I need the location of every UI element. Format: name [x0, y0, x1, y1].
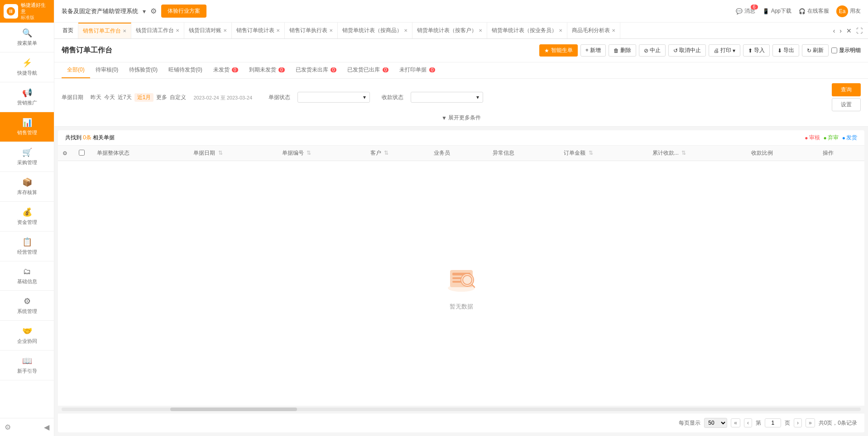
- tab-scroll-right-btn[interactable]: ›: [838, 27, 844, 34]
- sidebar-label-inventory: 库存核算: [17, 189, 37, 196]
- col-settings[interactable]: ⚙: [58, 146, 74, 161]
- sidebar-item-quick-nav[interactable]: ⚡ 快捷导航: [0, 52, 54, 82]
- new-btn[interactable]: + 新增: [580, 44, 606, 57]
- date-range-display: 2023-02-24 至 2023-03-24: [193, 94, 252, 101]
- tab-expand-btn[interactable]: ⛶: [854, 27, 864, 34]
- tab-summary-staff[interactable]: 销货单统计表（按业务员） ✕: [487, 23, 567, 39]
- sidebar-label-guide: 新手引导: [17, 368, 37, 374]
- show-detail-label[interactable]: 显示明细: [831, 47, 861, 54]
- date-opt-1month[interactable]: 近1月: [134, 93, 154, 102]
- sub-tab-wangpu[interactable]: 旺铺待发货(0): [163, 62, 208, 78]
- sub-tab-shipped-out[interactable]: 已发货已出库 0: [342, 62, 394, 78]
- tab-close-sales-stats[interactable]: ✕: [276, 28, 280, 33]
- sub-tab-shipped-not-out[interactable]: 已发货未出库 0: [290, 62, 342, 78]
- tab-close-sales-workbench[interactable]: ✕: [123, 28, 126, 33]
- sort-customer-icon[interactable]: ⇅: [384, 150, 388, 156]
- date-opt-more[interactable]: 更多: [156, 94, 167, 101]
- sub-tab-pending-inspect[interactable]: 待拣验货(0): [124, 62, 163, 78]
- sidebar-item-search[interactable]: 🔍 搜索菜单: [0, 23, 54, 52]
- refresh-btn[interactable]: ↻ 刷新: [802, 44, 829, 57]
- payment-select[interactable]: ▾: [411, 92, 483, 103]
- date-opt-yesterday[interactable]: 昨天: [91, 94, 101, 101]
- tab-close-sales-exec[interactable]: ✕: [329, 28, 333, 33]
- tab-close-summary-staff[interactable]: ✕: [559, 28, 562, 33]
- tab-cash-daily[interactable]: 钱货日清工作台 ✕: [131, 23, 184, 39]
- tab-close-all-btn[interactable]: ✕: [844, 27, 854, 34]
- scroll-thumb[interactable]: [170, 408, 297, 411]
- tab-gross-margin[interactable]: 商品毛利分析表 ✕: [567, 23, 620, 39]
- system-dropdown-btn[interactable]: ▾: [143, 8, 146, 15]
- export-btn[interactable]: ⬇ 导出: [772, 44, 799, 57]
- tab-sales-stats[interactable]: 销售订单统计表 ✕: [232, 23, 285, 39]
- sidebar-item-inventory[interactable]: 📦 库存核算: [0, 172, 54, 202]
- tab-sales-exec[interactable]: 销售订单执行表 ✕: [285, 23, 338, 39]
- print-btn[interactable]: 🖨 打印 ▾: [709, 44, 740, 57]
- app-download-item[interactable]: 📱 App下载: [762, 7, 791, 15]
- tab-close-summary-customer[interactable]: ✕: [479, 28, 482, 33]
- horizontal-scrollbar[interactable]: [58, 406, 864, 413]
- experience-btn[interactable]: 体验行业方案: [161, 5, 206, 18]
- date-opt-7days[interactable]: 近7天: [118, 94, 132, 101]
- sub-tab-pending-review[interactable]: 待审核(0): [90, 62, 124, 78]
- page-size-select[interactable]: 50 100 200: [704, 418, 727, 428]
- sort-date-icon[interactable]: ⇅: [218, 150, 223, 156]
- tab-summary-customer[interactable]: 销货单统计表（按客户） ✕: [412, 23, 487, 39]
- import-btn[interactable]: ⬆ 导入: [743, 44, 770, 57]
- system-settings-btn[interactable]: ⚙: [150, 7, 157, 15]
- tab-summary-product[interactable]: 销货单统计表（按商品） ✕: [338, 23, 412, 39]
- tab-sales-workbench[interactable]: 销售订单工作台 ✕: [78, 23, 131, 39]
- sidebar-item-finance[interactable]: 💰 资金管理: [0, 202, 54, 232]
- sidebar-item-sales[interactable]: 📊 销售管理: [0, 112, 54, 142]
- sub-tab-all[interactable]: 全部(0): [62, 62, 90, 78]
- sidebar-item-operations[interactable]: 📋 经营管理: [0, 232, 54, 261]
- last-page-btn[interactable]: »: [806, 418, 815, 427]
- sidebar-item-marketing[interactable]: 📢 营销推广: [0, 82, 54, 112]
- stop-btn[interactable]: ⊘ 中止: [639, 44, 666, 57]
- delete-btn[interactable]: 🗑 删除: [609, 44, 636, 57]
- sidebar-item-purchase[interactable]: 🛒 采购管理: [0, 142, 54, 172]
- query-btn[interactable]: 查询: [832, 83, 861, 96]
- cancel-review-btn[interactable]: ● 弃审: [824, 134, 839, 142]
- sidebar-collapse-btn[interactable]: ◀: [44, 423, 49, 431]
- date-opt-today[interactable]: 今天: [104, 94, 115, 101]
- prev-page-btn[interactable]: ‹: [744, 418, 752, 427]
- next-page-btn[interactable]: ›: [794, 418, 802, 427]
- date-range-value: 2023-02-24 至 2023-03-24: [193, 95, 252, 101]
- page-label: 第: [756, 419, 761, 427]
- sort-collected-icon[interactable]: ⇅: [681, 150, 686, 156]
- sort-number-icon[interactable]: ⇅: [307, 150, 311, 156]
- expand-conditions-btn[interactable]: ▼ 展开更多条件: [441, 114, 481, 122]
- message-item[interactable]: 💬 消息 6: [736, 7, 755, 15]
- tab-home[interactable]: 首页: [58, 23, 78, 39]
- smart-create-btn[interactable]: ★ 智能生单: [539, 44, 578, 57]
- sub-tab-not-shipped[interactable]: 未发货 0: [208, 62, 244, 78]
- tab-cash-reconcile[interactable]: 钱货日清对账 ✕: [184, 23, 232, 39]
- select-all-checkbox[interactable]: [79, 150, 85, 156]
- sub-tab-overdue-not-shipped[interactable]: 到期未发货 0: [244, 62, 290, 78]
- first-page-btn[interactable]: «: [731, 418, 740, 427]
- user-item[interactable]: Ea 用友: [836, 5, 861, 17]
- page-input[interactable]: [765, 418, 781, 427]
- tab-close-cash-reconcile[interactable]: ✕: [223, 28, 227, 33]
- sidebar-item-guide[interactable]: 📖 新手引导: [0, 351, 54, 380]
- tab-scroll-left-btn[interactable]: ‹: [831, 27, 837, 34]
- status-select[interactable]: ▾: [297, 92, 370, 103]
- sub-tab-not-printed[interactable]: 未打印单据 0: [394, 62, 441, 78]
- tab-close-cash-daily[interactable]: ✕: [176, 28, 179, 33]
- sidebar-label-system: 系统管理: [17, 308, 37, 315]
- sidebar-settings-btn[interactable]: ⚙: [5, 423, 11, 431]
- sort-amount-icon[interactable]: ⇅: [589, 150, 593, 156]
- date-opt-custom[interactable]: 自定义: [170, 94, 186, 101]
- cancel-stop-btn[interactable]: ↺ 取消中止: [668, 44, 706, 57]
- tab-close-summary-product[interactable]: ✕: [404, 28, 408, 33]
- review-btn[interactable]: ● 审核: [805, 134, 820, 142]
- sidebar-item-enterprise[interactable]: 🤝 企业协同: [0, 321, 54, 351]
- set-btn[interactable]: 设置: [832, 98, 861, 111]
- sidebar-item-system[interactable]: ⚙ 系统管理: [0, 291, 54, 321]
- col-checkbox[interactable]: [74, 146, 92, 161]
- sidebar-item-basic-info[interactable]: 🗂 基础信息: [0, 261, 54, 291]
- ship-btn[interactable]: ● 发货: [842, 134, 857, 142]
- show-detail-checkbox[interactable]: [831, 47, 837, 53]
- service-item[interactable]: 🎧 在线客服: [799, 7, 829, 15]
- tab-close-gross-margin[interactable]: ✕: [612, 28, 615, 33]
